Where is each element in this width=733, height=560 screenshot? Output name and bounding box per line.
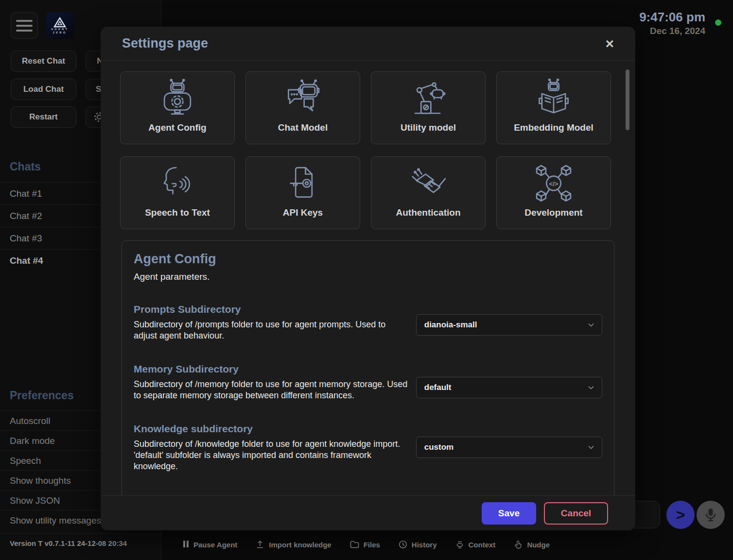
card-authentication[interactable]: Authentication bbox=[371, 156, 486, 229]
modal-header: Settings page × bbox=[101, 27, 635, 61]
restart-button[interactable]: Restart bbox=[11, 106, 76, 128]
agent-zero-logo: AGENT ZERO bbox=[46, 12, 73, 39]
robot-book-icon bbox=[533, 79, 575, 120]
card-label: Embedding Model bbox=[514, 122, 593, 133]
triangle-logo-icon bbox=[53, 17, 66, 28]
reset-chat-button[interactable]: Reset Chat bbox=[11, 51, 76, 72]
memory-subdirectory-select[interactable]: default bbox=[416, 377, 602, 398]
card-label: Utility model bbox=[401, 122, 456, 133]
modal-footer: Save Cancel bbox=[101, 495, 635, 530]
section-title: Agent Config bbox=[134, 252, 602, 267]
current-time: 9:47:06 pm bbox=[639, 10, 705, 25]
settings-modal: Settings page × Agent Config bbox=[101, 27, 635, 530]
robot-arm-icon bbox=[407, 79, 449, 120]
card-utility-model[interactable]: Utility model bbox=[371, 71, 486, 144]
field-label: Prompts Subdirectory bbox=[134, 304, 410, 315]
logo-text-zero: ZERO bbox=[53, 31, 67, 34]
send-icon: > bbox=[676, 506, 685, 524]
selected-value: dianoia-small bbox=[424, 320, 477, 330]
card-speech-to-text[interactable]: Speech to Text bbox=[120, 156, 235, 229]
online-status-dot bbox=[715, 19, 721, 26]
card-label: Development bbox=[524, 207, 582, 218]
field-prompts-subdirectory: Prompts Subdirectory Subdirectory of /pr… bbox=[134, 304, 602, 342]
agent-config-section: Agent Config Agent parameters. Prompts S… bbox=[122, 240, 614, 530]
card-api-keys[interactable]: API Keys bbox=[245, 156, 360, 229]
chats-heading: Chats bbox=[0, 160, 41, 173]
robot-chat-icon bbox=[282, 79, 324, 120]
key-document-icon bbox=[282, 164, 324, 205]
microphone-button[interactable] bbox=[697, 501, 725, 529]
clock-block: 9:47:06 pm Dec 16, 2024 bbox=[639, 10, 705, 36]
svg-text:</>: </> bbox=[549, 180, 558, 187]
chevron-down-icon bbox=[588, 386, 594, 390]
context-button[interactable]: Context bbox=[455, 540, 496, 549]
save-button[interactable]: Save bbox=[482, 502, 536, 525]
import-knowledge-button[interactable]: Import knowledge bbox=[256, 540, 331, 549]
chevron-down-icon bbox=[588, 445, 594, 449]
hamburger-menu-button[interactable] bbox=[11, 12, 38, 39]
microphone-icon bbox=[704, 508, 717, 522]
version-text: Version T v0.7.1-11 24-12-08 20:34 bbox=[10, 539, 127, 547]
field-knowledge-subdirectory: Knowledge subdirectory Subdirectory of /… bbox=[134, 423, 602, 473]
card-embedding-model[interactable]: Embedding Model bbox=[496, 71, 611, 144]
card-label: Agent Config bbox=[148, 122, 206, 133]
modal-scrollbar[interactable] bbox=[626, 69, 629, 130]
field-description: Subdirectory of /knowledge folder to use… bbox=[134, 439, 410, 473]
selected-value: custom bbox=[424, 442, 454, 452]
pause-agent-button[interactable]: Pause Agent bbox=[182, 541, 237, 549]
cancel-button[interactable]: Cancel bbox=[544, 502, 608, 525]
selected-value: default bbox=[424, 383, 452, 392]
pause-icon bbox=[182, 541, 189, 549]
preferences-heading: Preferences bbox=[0, 389, 74, 402]
modal-title: Settings page bbox=[122, 36, 208, 51]
speech-face-icon bbox=[157, 164, 198, 205]
settings-cards-grid: Agent Config Chat Model bbox=[120, 71, 614, 229]
field-label: Memory Subdirectory bbox=[134, 363, 410, 375]
hamburger-icon bbox=[16, 20, 33, 22]
pointing-hand-icon bbox=[514, 540, 523, 549]
card-agent-config[interactable]: Agent Config bbox=[120, 71, 235, 144]
logo-text-agent: AGENT bbox=[51, 28, 69, 31]
files-button[interactable]: Files bbox=[350, 541, 380, 549]
history-button[interactable]: History bbox=[399, 540, 437, 549]
field-description: Subdirectory of /memory folder to use fo… bbox=[134, 379, 410, 402]
card-development[interactable]: </> Development bbox=[496, 156, 611, 229]
handshake-icon bbox=[407, 164, 449, 205]
upload-icon bbox=[256, 540, 264, 549]
card-label: Speech to Text bbox=[145, 207, 210, 218]
field-description: Subdirectory of /prompts folder to use f… bbox=[134, 319, 410, 342]
card-label: Authentication bbox=[396, 207, 461, 218]
send-button[interactable]: > bbox=[666, 501, 695, 529]
current-date: Dec 16, 2024 bbox=[639, 26, 705, 36]
clock-icon bbox=[399, 540, 407, 549]
nudge-button[interactable]: Nudge bbox=[514, 540, 550, 549]
card-label: API Keys bbox=[283, 207, 323, 218]
bottom-toolbar: Pause Agent Import knowledge Files Histo… bbox=[182, 536, 550, 553]
knowledge-subdirectory-select[interactable]: custom bbox=[416, 437, 602, 458]
close-icon[interactable]: × bbox=[605, 36, 614, 51]
load-chat-button[interactable]: Load Chat bbox=[11, 79, 76, 100]
field-memory-subdirectory: Memory Subdirectory Subdirectory of /mem… bbox=[134, 363, 602, 402]
prompts-subdirectory-select[interactable]: dianoia-small bbox=[416, 314, 602, 336]
code-network-icon: </> bbox=[533, 164, 575, 205]
chevron-down-icon bbox=[588, 323, 594, 327]
robot-gear-icon bbox=[157, 79, 198, 120]
section-subtitle: Agent parameters. bbox=[134, 272, 602, 282]
field-label: Knowledge subdirectory bbox=[134, 423, 410, 435]
card-label: Chat Model bbox=[278, 122, 328, 133]
card-chat-model[interactable]: Chat Model bbox=[245, 71, 360, 144]
folder-icon bbox=[350, 541, 359, 548]
divider bbox=[0, 533, 161, 534]
context-icon bbox=[455, 540, 464, 549]
